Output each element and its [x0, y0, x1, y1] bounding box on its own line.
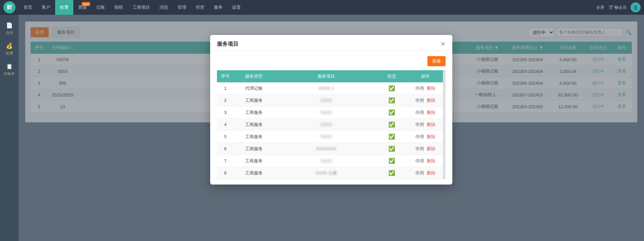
fullscreen-btn[interactable]: 全屏: [596, 5, 604, 10]
modal-close-button[interactable]: ✕: [441, 40, 446, 48]
stop-button[interactable]: 停用: [415, 122, 424, 128]
modal-cell-actions[interactable]: 停用 删除: [405, 131, 446, 143]
nav-manage[interactable]: 管理: [173, 0, 191, 15]
nav-right: 全屏 🎬 畅会员 👤: [596, 2, 641, 12]
modal-cell-type: 工商服务: [234, 94, 274, 107]
nav-service[interactable]: 服务: [209, 0, 227, 15]
nav-fee[interactable]: 收费: [55, 0, 73, 15]
stop-button[interactable]: 停用: [415, 110, 424, 116]
modal-cell-seq: 6: [217, 143, 234, 155]
sidebar-item-statement[interactable]: 📋 对账单: [0, 59, 18, 80]
modal-table-row: 3 工商服务 XXXX ✅ 停用 删除: [217, 107, 446, 119]
modal-cell-item: XXXX 1: [274, 82, 378, 94]
delete-button[interactable]: 删除: [427, 158, 435, 164]
avatar[interactable]: 👤: [631, 2, 641, 12]
contract-icon: 📄: [6, 22, 13, 29]
modal-cell-status: ✅: [378, 131, 405, 143]
stop-button[interactable]: 停用: [415, 146, 424, 152]
modal-th-item: 服务项目: [274, 70, 378, 82]
stop-button[interactable]: 停用: [415, 170, 424, 176]
scrollbar[interactable]: [443, 70, 446, 179]
content-area: 新增 服务项目 进行中 全部 已结束 🔍 序号 合同编码: [18, 15, 644, 241]
app-logo: 财: [3, 1, 15, 13]
delete-button[interactable]: 删除: [427, 85, 435, 91]
modal-table-row: 4 工商服务 XXXX ✅ 停用 删除: [217, 119, 446, 131]
modal-title: 服务项目: [217, 41, 238, 48]
modal-cell-type: 工商服务: [234, 131, 274, 143]
member-btn[interactable]: 🎬 畅会员: [608, 5, 627, 10]
nav-invoice[interactable]: 票据 new: [73, 0, 91, 15]
modal-table-row: 8 工商服务 XXXX 注册 ✅ 停用 删除: [217, 167, 446, 179]
modal-cell-seq: 7: [217, 155, 234, 167]
modal-table-header: 序号 服务类型 服务项目 状态 操作: [217, 70, 446, 82]
modal-table-row: 2 工商服务 XXXX ✅ 停用 删除: [217, 94, 446, 107]
modal-cell-item: XXXX: [274, 131, 378, 143]
modal-table-row: 7 工商服务 XXXX ✅ 停用 删除: [217, 155, 446, 167]
modal-overlay: 服务项目 ✕ 新建 序号 服务类型 服务项目: [18, 15, 644, 241]
statement-icon: 📋: [6, 63, 13, 70]
nav-home[interactable]: 首页: [19, 0, 37, 15]
modal-cell-seq: 1: [217, 82, 234, 94]
sidebar-item-fee[interactable]: 💰 收费: [0, 39, 18, 59]
modal-th-status: 状态: [378, 70, 405, 82]
modal-cell-item: XXXX: [274, 119, 378, 131]
nav-tax[interactable]: 报税: [110, 0, 128, 15]
modal-cell-actions[interactable]: 停用 删除: [405, 155, 446, 167]
delete-button[interactable]: 删除: [427, 134, 435, 140]
nav-customer[interactable]: 客户: [37, 0, 55, 15]
stop-button[interactable]: 停用: [415, 85, 424, 91]
modal-cell-actions[interactable]: 停用 删除: [405, 167, 446, 179]
sidebar-item-contract[interactable]: 📄 合同: [0, 18, 18, 39]
delete-button[interactable]: 删除: [427, 122, 435, 128]
service-item-modal: 服务项目 ✕ 新建 序号 服务类型 服务项目: [210, 35, 452, 185]
modal-cell-seq: 8: [217, 167, 234, 179]
modal-cell-type: 工商服务: [234, 119, 274, 131]
nav-operation[interactable]: 经营: [191, 0, 209, 15]
modal-cell-actions[interactable]: 停用 删除: [405, 107, 446, 119]
delete-button[interactable]: 删除: [427, 97, 435, 104]
sidebar: 📄 合同 💰 收费 📋 对账单: [0, 15, 18, 241]
delete-button[interactable]: 删除: [427, 146, 435, 152]
modal-header: 服务项目 ✕: [210, 35, 452, 51]
modal-cell-actions[interactable]: 停用 删除: [405, 119, 446, 131]
delete-button[interactable]: 删除: [427, 170, 435, 176]
fee-icon: 💰: [6, 42, 13, 49]
delete-button[interactable]: 删除: [427, 110, 435, 116]
modal-cell-type: 工商服务: [234, 107, 274, 119]
nav-bookkeeping[interactable]: 记账: [91, 0, 110, 15]
modal-body: 新建 序号 服务类型 服务项目 状态 操作: [210, 51, 452, 185]
modal-cell-item: XXXX: [274, 155, 378, 167]
modal-cell-item: XXXXXXX: [274, 143, 378, 155]
new-badge: new: [82, 2, 90, 6]
stop-button[interactable]: 停用: [415, 158, 424, 164]
modal-cell-seq: 3: [217, 107, 234, 119]
modal-cell-status: ✅: [378, 143, 405, 155]
modal-cell-actions[interactable]: 停用 删除: [405, 94, 446, 107]
stop-button[interactable]: 停用: [415, 134, 424, 140]
modal-cell-status: ✅: [378, 155, 405, 167]
nav-message[interactable]: 消息: [155, 0, 173, 15]
modal-cell-item: XXXX 注册: [274, 167, 378, 179]
modal-cell-type: 代理记账: [234, 82, 274, 94]
stop-button[interactable]: 停用: [415, 97, 424, 104]
service-items-table: 序号 服务类型 服务项目 状态 操作 1 代理记账 XXXX 1 ✅ 停用: [217, 70, 446, 179]
modal-th-seq: 序号: [217, 70, 234, 82]
modal-cell-actions[interactable]: 停用 删除: [405, 82, 446, 94]
modal-cell-status: ✅: [378, 82, 405, 94]
top-navigation: 财 首页 客户 收费 票据 new 记账 报税 工商项目 消息 管理 经营 服务…: [0, 0, 644, 15]
modal-new-button[interactable]: 新建: [427, 56, 446, 66]
modal-cell-item: XXXX: [274, 94, 378, 107]
modal-cell-status: ✅: [378, 94, 405, 107]
modal-table-row: 6 工商服务 XXXXXXX ✅ 停用 删除: [217, 143, 446, 155]
modal-cell-seq: 2: [217, 94, 234, 107]
modal-cell-type: 工商服务: [234, 167, 274, 179]
modal-cell-status: ✅: [378, 107, 405, 119]
modal-cell-actions[interactable]: 停用 删除: [405, 143, 446, 155]
modal-th-type: 服务类型: [234, 70, 274, 82]
nav-settings[interactable]: 设置: [227, 0, 245, 15]
modal-table-row: 5 工商服务 XXXX ✅ 停用 删除: [217, 131, 446, 143]
modal-cell-seq: 4: [217, 119, 234, 131]
nav-business[interactable]: 工商项目: [128, 0, 155, 15]
modal-th-actions: 操作: [405, 70, 446, 82]
modal-cell-type: 工商服务: [234, 143, 274, 155]
